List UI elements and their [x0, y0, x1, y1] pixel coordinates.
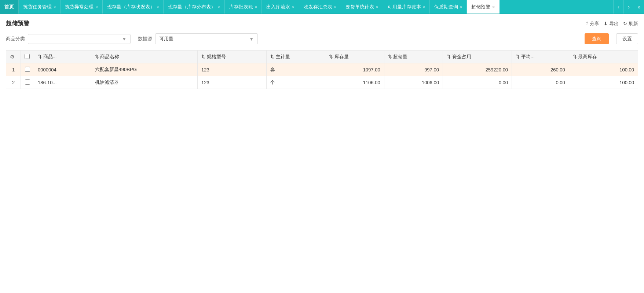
close-tab-9[interactable]: ×	[423, 5, 425, 9]
nav-tab-10[interactable]: 保质期查询 ×	[430, 0, 467, 14]
table-body: 1 0000004 六配套新昌490BPG 123 套 1097.00 997.…	[6, 63, 638, 89]
th-overstock[interactable]: ⇅ 超储量	[384, 51, 443, 63]
nav-next-arrow[interactable]: ›	[623, 0, 634, 14]
page-content: 超储预警 ⤴ 分享 ⬇ 导出 ↻ 刷新 商品分类 ▼ 数据源	[0, 14, 644, 293]
nav-tab-8[interactable]: 要货单统计表 ×	[341, 0, 383, 14]
row-stock: 1097.00	[325, 63, 384, 76]
page-header: 超储预警 ⤴ 分享 ⬇ 导出 ↻ 刷新	[6, 20, 638, 27]
nav-tab-6[interactable]: 出入库流水 ×	[262, 0, 299, 14]
row-avg: 260.00	[512, 63, 569, 76]
close-tab-8[interactable]: ×	[376, 5, 378, 9]
th-max-stock[interactable]: ⇅ 最高库存	[569, 51, 638, 63]
row-spec: 123	[197, 76, 266, 89]
row-checkbox[interactable]	[21, 76, 34, 89]
row-overstock: 1006.00	[384, 76, 443, 89]
data-table: ⚙ ⇅ 商品... ⇅ 商品名称 ⇅ 规格型号 ⇅ 主计量 ⇅	[6, 50, 638, 89]
select-all-checkbox[interactable]	[25, 54, 30, 59]
row-capital: 0.00	[443, 76, 512, 89]
nav-tab-2[interactable]: 拣货异常处理 ×	[61, 0, 102, 14]
query-button[interactable]: 查询	[585, 33, 609, 44]
table-header-row: ⚙ ⇅ 商品... ⇅ 商品名称 ⇅ 规格型号 ⇅ 主计量 ⇅	[6, 51, 638, 63]
close-tab-5[interactable]: ×	[255, 5, 257, 9]
share-icon: ⤴	[586, 21, 588, 26]
th-gear[interactable]: ⚙	[6, 51, 21, 63]
nav-tab-1[interactable]: 拣货任务管理 ×	[19, 0, 61, 14]
datasource-label: 数据源	[138, 36, 152, 42]
th-spec[interactable]: ⇅ 规格型号	[197, 51, 266, 63]
refresh-button[interactable]: ↻ 刷新	[623, 21, 638, 27]
table-row: 2 186-10... 机油滤清器 123 个 1106.00 1006.00 …	[6, 76, 638, 89]
datasource-filter: 数据源 可用量 ▼	[138, 33, 258, 44]
category-label: 商品分类	[6, 36, 25, 42]
export-icon: ⬇	[604, 21, 608, 26]
nav-prev-arrow[interactable]: ‹	[613, 0, 623, 14]
row-product-name: 六配套新昌490BPG	[91, 63, 197, 76]
row-stock: 1106.00	[325, 76, 384, 89]
row-unit: 套	[267, 63, 325, 76]
nav-tab-3[interactable]: 现存量（库存状况表） ×	[103, 0, 164, 14]
table-row: 1 0000004 六配套新昌490BPG 123 套 1097.00 997.…	[6, 63, 638, 76]
th-product-name[interactable]: ⇅ 商品名称	[91, 51, 197, 63]
row-no: 2	[6, 76, 21, 89]
close-tab-4[interactable]: ×	[217, 5, 220, 9]
close-tab-1[interactable]: ×	[54, 5, 56, 9]
row-spec: 123	[197, 63, 266, 76]
nav-home[interactable]: 首页	[0, 0, 19, 14]
row-avg: 0.00	[512, 76, 569, 89]
row-overstock: 997.00	[384, 63, 443, 76]
row-product-code: 0000004	[34, 63, 91, 76]
close-tab-6[interactable]: ×	[292, 5, 294, 9]
th-stock[interactable]: ⇅ 库存量	[325, 51, 384, 63]
category-dropdown-arrow: ▼	[122, 36, 127, 42]
datasource-value: 可用量	[159, 36, 173, 42]
nav-expand-arrow[interactable]: »	[634, 0, 644, 14]
close-tab-2[interactable]: ×	[95, 5, 98, 9]
th-avg[interactable]: ⇅ 平均...	[512, 51, 569, 63]
th-checkbox	[21, 51, 34, 63]
nav-tab-4[interactable]: 现存量（库存分布表） ×	[164, 0, 224, 14]
row-no: 1	[6, 63, 21, 76]
close-tab-10[interactable]: ×	[460, 5, 462, 9]
row-product-code: 186-10...	[34, 76, 91, 89]
category-select[interactable]: ▼	[28, 34, 131, 44]
share-button[interactable]: ⤴ 分享	[586, 21, 599, 27]
filter-row: 商品分类 ▼ 数据源 可用量 ▼ 查询 设置	[6, 33, 638, 44]
category-filter: 商品分类 ▼	[6, 34, 131, 44]
datasource-select[interactable]: 可用量 ▼	[155, 33, 258, 44]
page-title: 超储预警	[6, 20, 29, 27]
nav-arrows: ‹ › »	[613, 0, 644, 14]
nav-tab-9[interactable]: 可用量库存账本 ×	[383, 0, 430, 14]
nav-tab-active[interactable]: 超储预警 ×	[467, 0, 499, 14]
close-tab-3[interactable]: ×	[157, 5, 159, 9]
datasource-dropdown-arrow: ▼	[249, 36, 254, 42]
row-product-name: 机油滤清器	[91, 76, 197, 89]
nav-tab-5[interactable]: 库存批次账 ×	[225, 0, 262, 14]
export-button[interactable]: ⬇ 导出	[604, 21, 619, 27]
refresh-icon: ↻	[623, 21, 627, 26]
th-product-code[interactable]: ⇅ 商品...	[34, 51, 91, 63]
th-unit[interactable]: ⇅ 主计量	[267, 51, 325, 63]
th-capital[interactable]: ⇅ 资金占用	[443, 51, 512, 63]
row-unit: 个	[267, 76, 325, 89]
close-tab-7[interactable]: ×	[334, 5, 336, 9]
nav-tab-7[interactable]: 收发存汇总表 ×	[299, 0, 341, 14]
nav-bar: 首页 拣货任务管理 × 拣货异常处理 × 现存量（库存状况表） × 现存量（库存…	[0, 0, 644, 14]
row-capital: 259220.00	[443, 63, 512, 76]
row-max-stock: 100.00	[569, 76, 638, 89]
close-tab-active[interactable]: ×	[492, 5, 494, 9]
row-max-stock: 100.00	[569, 63, 638, 76]
settings-button[interactable]: 设置	[616, 33, 638, 44]
row-checkbox[interactable]	[21, 63, 34, 76]
header-actions: ⤴ 分享 ⬇ 导出 ↻ 刷新	[586, 21, 638, 27]
gear-icon[interactable]: ⚙	[10, 54, 15, 60]
